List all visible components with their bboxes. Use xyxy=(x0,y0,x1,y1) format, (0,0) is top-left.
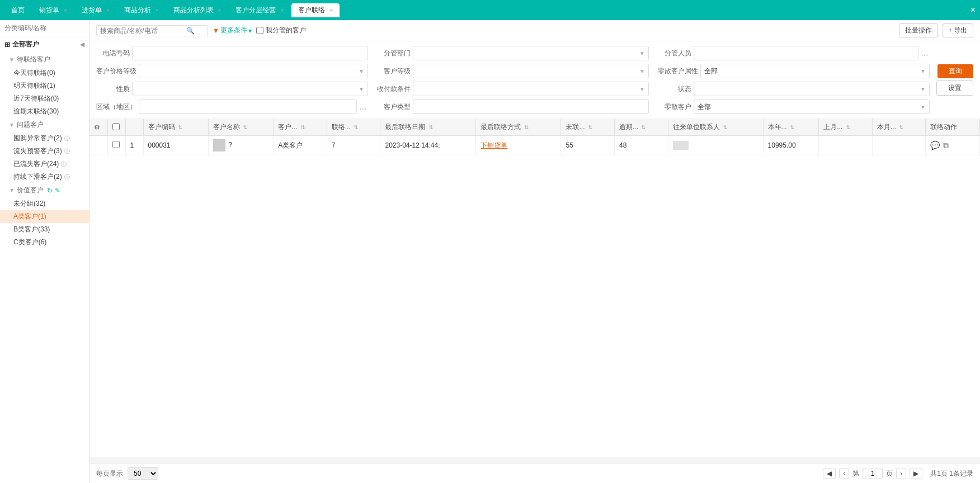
row-contact-cell: 7 xyxy=(327,136,380,155)
sidebar-item-tomorrow[interactable]: 明天待联络(1) xyxy=(0,79,89,92)
sidebar-item-churned[interactable]: 已流失客户(24) ⓘ xyxy=(0,158,89,171)
retail-select[interactable]: 全部 ▼ xyxy=(694,100,930,114)
page-input[interactable] xyxy=(863,468,883,479)
close-purchase-tab[interactable]: × xyxy=(106,7,110,13)
status-select[interactable]: ▼ xyxy=(694,82,930,96)
tab-home[interactable]: 首页 xyxy=(4,3,31,17)
sidebar-item-class-c[interactable]: C类客户(6) xyxy=(0,236,89,249)
sort-year-icon: ⇅ xyxy=(790,124,794,130)
chevron-down-icon: ▼ xyxy=(639,50,645,56)
last-page-button[interactable]: ▶ xyxy=(910,468,922,479)
sidebar-item-churn-warning[interactable]: 流失预警客户(3) ⓘ xyxy=(0,145,89,158)
col-code[interactable]: 客户编码 ⇅ xyxy=(143,119,208,136)
col-last-date[interactable]: 最后联络日期 ⇅ xyxy=(380,119,476,136)
manager-select[interactable] xyxy=(694,46,918,60)
col-unit-contact[interactable]: 往来单位联系人 ⇅ xyxy=(668,119,763,136)
all-customers-header[interactable]: ⊞ 全部客户 ◀ xyxy=(0,36,89,53)
cust-level-select[interactable]: ▼ xyxy=(413,64,649,78)
tab-customer-link[interactable]: 客户联络 × xyxy=(291,3,340,17)
select-all-checkbox[interactable] xyxy=(112,123,120,130)
close-customer-link-tab[interactable]: × xyxy=(329,7,333,13)
pending-group-header[interactable]: ▼ 待联络客户 xyxy=(0,53,89,67)
my-customers-checkbox[interactable]: 我分管的客户 xyxy=(256,26,306,35)
close-sales-tab[interactable]: × xyxy=(64,7,67,13)
region-select[interactable] xyxy=(139,100,357,114)
tab-analysis[interactable]: 商品分析 × xyxy=(117,3,166,17)
refresh-icon[interactable]: ↻ xyxy=(47,187,53,195)
region-dots[interactable]: … xyxy=(359,102,368,111)
batch-op-button[interactable]: 批量操作 xyxy=(899,23,938,37)
sort-code-icon: ⇅ xyxy=(178,124,182,130)
filter-search-icon[interactable]: 🔍 xyxy=(186,27,195,35)
col-name[interactable]: 客户名称 ⇅ xyxy=(208,119,273,136)
manager-dots[interactable]: … xyxy=(921,49,930,58)
close-customer-seg-tab[interactable]: × xyxy=(280,7,284,13)
col-this-year[interactable]: 本年... ⇅ xyxy=(763,119,819,136)
adv-filter-buttons: 查询 设置 xyxy=(936,46,973,114)
first-page-button[interactable]: ◀ xyxy=(823,468,836,479)
row-index-cell: 1 xyxy=(125,136,143,155)
col-contact[interactable]: 联络... ⇅ xyxy=(327,119,380,136)
phone-input[interactable] xyxy=(132,46,368,60)
value-group-header[interactable]: ▼ 价值客户 ↻ ✎ xyxy=(0,183,89,197)
col-type[interactable]: 客户... ⇅ xyxy=(274,119,327,136)
sidebar-search-wrap: 🔍 xyxy=(0,20,89,36)
last-method-link[interactable]: 下销货单 xyxy=(480,141,507,149)
price-level-select[interactable]: ▼ xyxy=(139,64,368,78)
sidebar-item-class-b[interactable]: B类客户(33) xyxy=(0,223,89,236)
sidebar-item-overdue[interactable]: 逾期未联络(30) xyxy=(0,105,89,118)
more-filters-button[interactable]: ▼ 更多条件 ▾ xyxy=(213,26,252,35)
sidebar-item-declining[interactable]: 持续下滑客户(2) ⓘ xyxy=(0,171,89,183)
filter-dept: 分管部门 ▼ xyxy=(377,46,649,60)
export-button[interactable]: ↑ 导出 xyxy=(943,23,973,37)
sidebar-item-7days[interactable]: 近7天待联络(0) xyxy=(0,92,89,105)
tab-analysis-list[interactable]: 商品分析列表 × xyxy=(167,3,228,17)
row-checkbox[interactable] xyxy=(112,141,120,148)
chevron-down-icon-7: ▼ xyxy=(920,86,926,92)
nature-select[interactable]: ▼ xyxy=(132,82,368,96)
payment-select[interactable]: ▼ xyxy=(413,82,649,96)
filter-search-input[interactable] xyxy=(100,27,184,35)
edit-icon[interactable]: ✎ xyxy=(55,187,60,195)
close-analysis-list-tab[interactable]: × xyxy=(218,7,222,13)
collapse-icon: ◀ xyxy=(80,41,84,48)
close-analysis-tab[interactable]: × xyxy=(156,7,159,13)
tab-purchase[interactable]: 进货单 × xyxy=(75,3,116,17)
col-gear[interactable]: ⚙ xyxy=(89,119,107,136)
sidebar-item-today[interactable]: 今天待联络(0) xyxy=(0,67,89,79)
settings-button[interactable]: 设置 xyxy=(936,80,973,96)
prev-page-button[interactable]: ‹ xyxy=(839,468,849,479)
col-last-month[interactable]: 上月... ⇅ xyxy=(819,119,873,136)
sort-thismonth-icon: ⇅ xyxy=(899,124,903,130)
adv-filter-area: 电话号码 分管部门 ▼ 分管人员 … xyxy=(89,41,980,119)
tab-sales[interactable]: 销货单 × xyxy=(32,3,74,17)
dept-select[interactable]: ▼ xyxy=(413,46,649,60)
cust-type-input[interactable] xyxy=(413,100,649,114)
sidebar-item-hoarding[interactable]: 囤购异常客户(2) ⓘ xyxy=(0,132,89,145)
col-overdue[interactable]: 逾期... ⇅ xyxy=(615,119,668,136)
table-wrap: ⚙ 客户编码 ⇅ 客户名称 ⇅ xyxy=(89,119,980,457)
col-last-method[interactable]: 最后联络方式 ⇅ xyxy=(476,119,561,136)
tab-customer-seg[interactable]: 客户分层经营 × xyxy=(229,3,290,17)
message-icon[interactable]: 💬 xyxy=(930,141,940,150)
col-uncontacted[interactable]: 未联... ⇅ xyxy=(561,119,615,136)
col-this-month[interactable]: 本月... ⇅ xyxy=(872,119,926,136)
close-all-icon[interactable]: × xyxy=(970,5,976,15)
my-customers-check[interactable] xyxy=(256,27,263,34)
page-size-select[interactable]: 50 100 200 xyxy=(128,467,158,480)
unit-contact-avatar xyxy=(673,141,689,150)
sort-overdue-icon: ⇅ xyxy=(641,124,646,130)
table-header-row: ⚙ 客户编码 ⇅ 客户名称 ⇅ xyxy=(89,119,980,136)
retail-attr-select[interactable]: 全部 ▼ xyxy=(700,64,930,78)
next-page-button[interactable]: › xyxy=(896,468,906,479)
sidebar-search-input[interactable] xyxy=(4,24,88,32)
query-button[interactable]: 查询 xyxy=(937,64,973,78)
table-row: 1 000031 ? A类客户 7 xyxy=(89,136,980,155)
filter-phone: 电话号码 xyxy=(96,46,368,60)
action-icons: 💬 ⧉ xyxy=(930,141,975,150)
sidebar-item-class-a[interactable]: A类客户(1) xyxy=(0,210,89,223)
link-icon[interactable]: ⧉ xyxy=(943,141,949,150)
problem-group-header[interactable]: ▼ 问题客户 xyxy=(0,118,89,132)
info-icon-4: ⓘ xyxy=(64,173,70,181)
sidebar-item-unclassified[interactable]: 未分组(32) xyxy=(0,197,89,210)
